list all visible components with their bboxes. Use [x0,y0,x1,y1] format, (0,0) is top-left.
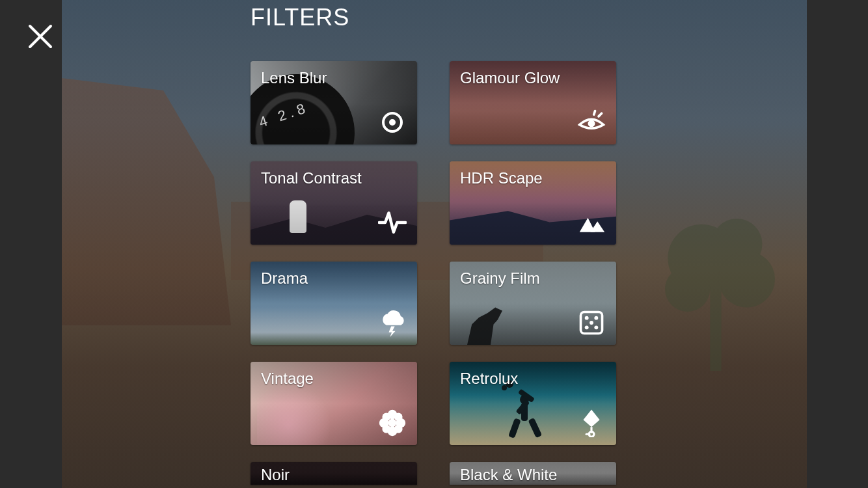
flower-icon [378,409,407,437]
section-heading: FILTERS [251,4,349,31]
svg-marker-14 [389,327,396,338]
filter-label: Glamour Glow [460,69,560,87]
backdrop-cliff [62,78,231,325]
eye-icon [577,108,606,137]
mountains-icon [577,208,606,237]
filter-tile-noir[interactable]: Noir [251,462,417,485]
svg-point-20 [594,325,598,329]
filter-label: Vintage [261,370,314,388]
svg-point-27 [382,425,390,433]
svg-marker-38 [583,410,599,427]
svg-point-3 [665,267,710,312]
filter-label: Retrolux [460,370,518,388]
svg-point-29 [388,419,397,427]
dice-icon [577,308,606,337]
svg-point-28 [394,425,403,433]
svg-point-25 [382,413,390,421]
svg-rect-4 [710,286,721,371]
backdrop-tree [644,202,787,371]
filter-tile-retrolux[interactable]: Retrolux [450,362,616,445]
svg-point-26 [394,413,403,421]
svg-point-2 [718,251,775,308]
filter-label: Lens Blur [261,69,327,87]
svg-marker-13 [590,221,604,232]
svg-point-9 [588,120,595,127]
filter-label: HDR Scape [460,169,543,187]
pulse-icon [378,208,407,237]
svg-point-18 [590,321,593,325]
filter-tile-drama[interactable]: Drama [251,262,417,345]
svg-point-19 [585,325,589,329]
filter-tile-vintage[interactable]: Vintage [251,362,417,445]
svg-point-8 [389,119,396,126]
filter-tile-tonal-contrast[interactable]: Tonal Contrast [251,161,417,245]
filter-label: Drama [261,269,308,288]
close-button[interactable] [26,22,55,51]
filter-tile-black-white[interactable]: Black & White [450,462,616,485]
svg-line-10 [599,113,602,116]
filter-tile-grainy-film[interactable]: Grainy Film [450,262,616,345]
filter-tile-glamour-glow[interactable]: Glamour Glow [450,61,616,144]
kite-icon [577,409,606,437]
svg-point-17 [594,316,598,320]
filter-label: Grainy Film [460,269,540,288]
close-icon [26,22,55,51]
filter-label: Black & White [460,466,557,484]
filter-tile-lens-blur[interactable]: 4 2.8 Lens Blur [251,61,417,144]
storm-cloud-icon [378,308,407,337]
svg-line-11 [594,111,595,115]
target-icon [378,108,407,137]
filter-label: Noir [261,466,290,484]
svg-point-16 [585,316,589,320]
filter-label: Tonal Contrast [261,169,362,187]
filter-tile-hdr-scape[interactable]: HDR Scape [450,161,616,245]
filter-grid: 4 2.8 Lens Blur Glamour Glow Tonal Contr… [251,61,616,485]
